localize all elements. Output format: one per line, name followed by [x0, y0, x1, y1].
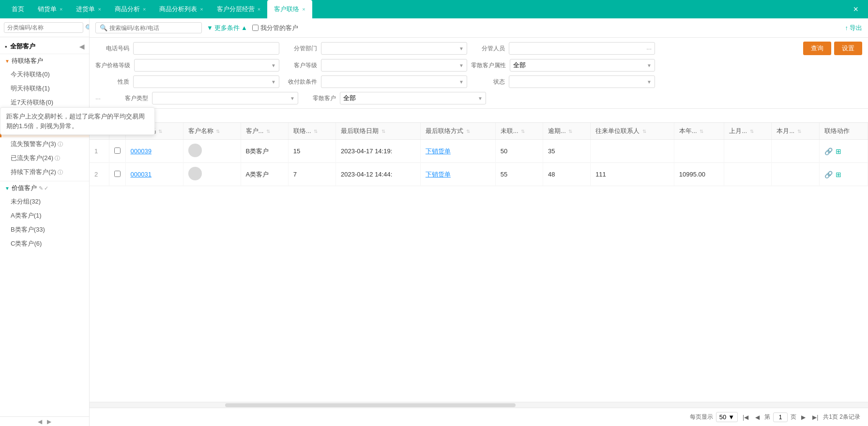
dept-arrow: ▼: [459, 46, 464, 51]
col-type: 客户... ⇅: [241, 123, 288, 140]
manager-select[interactable]: ···: [509, 42, 655, 55]
status-select[interactable]: ▼: [509, 75, 655, 88]
sidebar-item-class-c[interactable]: C类客户(6): [0, 237, 89, 251]
nav-purchase-close[interactable]: ×: [98, 6, 101, 12]
col-this-month: 本月... ⇅: [772, 123, 819, 140]
col-name-sort[interactable]: ⇅: [216, 129, 220, 134]
row2-last-method[interactable]: 下销货单: [420, 163, 495, 186]
manager-filter: 分管人员 ···: [471, 42, 655, 55]
nav-customer-segment-close[interactable]: ×: [258, 6, 260, 12]
customer-level-select[interactable]: ▼: [321, 59, 467, 72]
nav-sales[interactable]: 销货单 ×: [31, 0, 69, 18]
sidebar-item-churned[interactable]: 已流失客户(24) ⓘ: [0, 151, 89, 165]
row1-action-grid[interactable]: ⊞: [836, 147, 841, 155]
table-horizontal-scrollbar[interactable]: [90, 402, 868, 408]
col-contact-sort[interactable]: ⇅: [314, 129, 318, 134]
nav-customer-contact-close[interactable]: ×: [302, 6, 305, 12]
page-number-input[interactable]: [773, 412, 788, 422]
row1-contact-count: 15: [288, 140, 335, 163]
col-last-month-sort[interactable]: ⇅: [750, 129, 754, 134]
col-contact-person-sort[interactable]: ⇅: [642, 129, 646, 134]
col-last-method-sort[interactable]: ⇅: [466, 129, 470, 134]
main-search-input[interactable]: [109, 25, 197, 31]
sidebar-item-declining[interactable]: 持续下滑客户(2) ⓘ: [0, 165, 89, 179]
table-scroll-thumb[interactable]: [225, 403, 516, 407]
table-scroll[interactable]: 客户编码 ⇅ 客户名称 ⇅ 客户... ⇅: [90, 123, 868, 402]
row1-checkbox[interactable]: [109, 140, 125, 163]
query-button[interactable]: 查询: [803, 42, 831, 55]
window-close-button[interactable]: ×: [848, 4, 863, 15]
value-edit-icon[interactable]: ✎: [39, 185, 43, 191]
collapse-icon[interactable]: ◀: [79, 43, 84, 50]
category-search-icon[interactable]: 🔍: [85, 24, 90, 31]
category-search-input[interactable]: [4, 22, 83, 33]
row1-last-method[interactable]: 下销货单: [420, 140, 495, 163]
row2-contact-person: 111: [591, 163, 674, 186]
value-customers-header[interactable]: ▼ 价值客户 ✎ ✓: [0, 181, 89, 195]
col-this-year-sort[interactable]: ⇅: [700, 129, 703, 134]
row1-code[interactable]: 000039: [125, 140, 183, 163]
nav-home[interactable]: 首页: [5, 0, 31, 18]
retail-attr-label: 零散客户属性: [471, 61, 506, 70]
sidebar-item-tomorrow[interactable]: 明天待联络(1): [0, 82, 89, 96]
retail-attr-select[interactable]: 全部 ▼: [510, 59, 655, 72]
phone-input[interactable]: [133, 42, 279, 55]
col-overdue-sort[interactable]: ⇅: [568, 129, 572, 134]
sidebar-item-class-a[interactable]: A类客户(1): [0, 209, 89, 223]
row2-code[interactable]: 000031: [125, 163, 183, 186]
next-page-button[interactable]: ▶: [799, 413, 807, 422]
row1-action-link[interactable]: 🔗: [824, 147, 833, 155]
nav-analysis-list[interactable]: 商品分析列表 ×: [152, 0, 210, 18]
payment-select[interactable]: ▼: [321, 75, 467, 88]
sidebar-item-class-b[interactable]: B类客户(33): [0, 223, 89, 237]
all-customers-item[interactable]: ▪ 全部客户 ◀: [0, 39, 89, 54]
sidebar-scroll-left[interactable]: ◀: [38, 418, 42, 425]
manager-dots[interactable]: ···: [646, 45, 652, 52]
row2-action-link[interactable]: 🔗: [824, 171, 833, 178]
gender-select[interactable]: ▼: [133, 75, 279, 88]
first-page-button[interactable]: |◀: [741, 413, 750, 422]
col-code-sort[interactable]: ⇅: [158, 129, 162, 134]
sidebar-item-ungroups[interactable]: 未分组(32): [0, 195, 89, 209]
sidebar-item-today[interactable]: 今天待联络(0): [0, 68, 89, 82]
prev-page-button[interactable]: ◀: [753, 413, 761, 422]
nav-analysis-list-close[interactable]: ×: [200, 6, 203, 12]
row2-code-value[interactable]: 000031: [131, 171, 152, 178]
row2-action-grid[interactable]: ⊞: [836, 171, 841, 178]
col-uncontacted-sort[interactable]: ⇅: [521, 129, 525, 134]
settings-button[interactable]: 设置: [834, 42, 862, 55]
sidebar-item-churn-warning[interactable]: 流失预警客户(3) ⓘ: [0, 137, 89, 151]
per-page-value: 50: [719, 413, 726, 421]
nav-purchase[interactable]: 进货单 ×: [69, 0, 107, 18]
row1-name: [183, 140, 241, 163]
retail-customer-select[interactable]: 全部 ▼: [340, 92, 486, 104]
nav-customer-segment[interactable]: 客户分层经营 ×: [210, 0, 267, 18]
nav-sales-close[interactable]: ×: [60, 6, 62, 12]
dept-filter: 分管部门 ▼: [283, 42, 467, 55]
row2-avatar: [188, 167, 202, 180]
search-icon: 🔍: [100, 24, 107, 31]
row2-checkbox[interactable]: [109, 163, 125, 186]
col-type-sort[interactable]: ⇅: [266, 129, 270, 134]
customer-type-select[interactable]: ▼: [152, 92, 298, 104]
my-customers-checkbox-wrap[interactable]: 我分管的客户: [252, 24, 298, 32]
row1-code-value[interactable]: 000039: [131, 147, 152, 155]
export-button[interactable]: ↑ 导出: [845, 24, 863, 32]
dept-select[interactable]: ▼: [321, 42, 467, 55]
nav-analysis[interactable]: 商品分析 ×: [108, 0, 152, 18]
last-page-button[interactable]: ▶|: [810, 413, 820, 422]
my-customers-checkbox[interactable]: [252, 25, 259, 31]
sidebar-scroll-right[interactable]: ▶: [47, 418, 51, 425]
more-dots[interactable]: ···: [95, 95, 101, 102]
col-last-date-label: 最后联络日期: [341, 127, 379, 134]
price-level-select[interactable]: ▼: [134, 59, 279, 72]
nav-analysis-close[interactable]: ×: [143, 6, 146, 12]
col-this-month-sort[interactable]: ⇅: [797, 129, 801, 134]
per-page-select[interactable]: 50 ▼: [716, 412, 738, 422]
nav-customer-contact[interactable]: 客户联络 ×: [267, 0, 312, 18]
col-last-date-sort[interactable]: ⇅: [381, 129, 385, 134]
pending-section-title[interactable]: ▼ 待联络客户: [0, 54, 89, 68]
row2-last-method-value[interactable]: 下销货单: [426, 171, 451, 178]
more-conditions-button[interactable]: ▼ 更多条件 ▲: [207, 24, 247, 32]
row1-last-method-value[interactable]: 下销货单: [426, 147, 451, 155]
